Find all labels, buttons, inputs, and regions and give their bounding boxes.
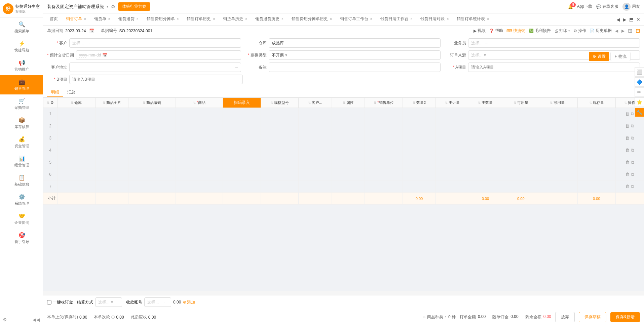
tab-7[interactable]: 销货退货历史× bbox=[251, 13, 288, 26]
operation-btn[interactable]: ⚙ 操作 bbox=[573, 28, 586, 34]
discard-btn[interactable]: 放弃 bbox=[555, 312, 575, 322]
copy-icon[interactable]: ⧉ bbox=[631, 148, 634, 153]
b-project-input[interactable] bbox=[69, 75, 243, 84]
tab-1[interactable]: 销售订单× bbox=[62, 13, 90, 26]
add-btn[interactable]: ⊕ 添加 bbox=[183, 299, 195, 305]
salesperson-select[interactable]: 选择... ··· bbox=[468, 38, 640, 48]
copy-icon[interactable]: ⧉ bbox=[631, 172, 634, 177]
view-btn[interactable]: ▶ 视频 bbox=[473, 28, 486, 34]
table-container[interactable]: ⇅ ⚙⇅ 仓库⇅ 商品图片⇅ 商品编码⇅ *商品扫码录入⇅ 规格型号⇅ 客户..… bbox=[43, 97, 644, 291]
tab-close-icon[interactable]: × bbox=[447, 17, 449, 21]
sidebar-item-搜索菜单[interactable]: 🔍搜索菜单 bbox=[0, 18, 43, 37]
tab-close-icon[interactable]: × bbox=[487, 17, 489, 21]
customer-more-btn[interactable]: ··· bbox=[86, 41, 89, 45]
collapse-icon[interactable]: ◀◀ bbox=[33, 317, 40, 322]
list-view-icon[interactable]: ⊟ bbox=[636, 28, 640, 34]
tab-9[interactable]: 销售订单工作台× bbox=[336, 13, 376, 26]
delete-icon[interactable]: 🗑 bbox=[625, 184, 630, 189]
date-value[interactable]: 2023-03-24 bbox=[65, 29, 86, 33]
tab-4[interactable]: 销售费用分摊单× bbox=[143, 13, 183, 26]
tab-prev-icon[interactable]: ◀ bbox=[615, 17, 621, 22]
detail-tab-0[interactable]: 明细 bbox=[47, 88, 63, 97]
account-more-btn[interactable]: ··· bbox=[161, 300, 164, 304]
topbar-dropdown-arrow[interactable]: ▾ bbox=[107, 5, 108, 8]
customer-select[interactable]: 选择... ··· bbox=[69, 38, 241, 48]
sidebar-item-销售管理[interactable]: 💼销售管理 bbox=[0, 75, 43, 94]
horizontal-scrollbar[interactable] bbox=[43, 291, 644, 295]
settings-icon[interactable]: ⚙ bbox=[3, 317, 7, 322]
sidebar-item-基础信息[interactable]: 📋基础信息 bbox=[0, 171, 43, 190]
settings-side-btn[interactable]: ⚙ 设置 bbox=[589, 52, 609, 61]
note-input[interactable] bbox=[269, 63, 441, 72]
tab-close-icon[interactable]: × bbox=[281, 17, 283, 21]
add-side-btn[interactable]: + 物流 bbox=[610, 52, 631, 61]
tab-close-icon[interactable]: × bbox=[177, 17, 179, 21]
th-scan[interactable]: 扫码录入 bbox=[223, 98, 261, 108]
tab-close-icon[interactable]: × bbox=[213, 17, 215, 21]
solution-btn[interactable]: 体验行业方案 bbox=[118, 2, 150, 11]
float-btn-3[interactable]: ✏ bbox=[635, 87, 644, 97]
goods-count-icon[interactable]: ⊙ bbox=[422, 315, 426, 319]
sidebar-item-采购管理[interactable]: 🛒采购管理 bbox=[0, 94, 43, 114]
sidebar-item-营销推广[interactable]: 📢营销推广 bbox=[0, 56, 43, 75]
tab-close-icon[interactable]: × bbox=[137, 17, 139, 21]
tab-8[interactable]: 销售费用分摊单历史× bbox=[288, 13, 336, 26]
warehouse-more-btn[interactable]: ··· bbox=[287, 41, 290, 45]
addr-more-btn[interactable]: ··· bbox=[235, 65, 238, 69]
tab-close-icon[interactable]: × bbox=[330, 17, 332, 21]
tab-next-icon[interactable]: ▶ bbox=[622, 17, 628, 22]
float-btn-2[interactable]: 🔷 bbox=[635, 77, 644, 87]
calendar-icon[interactable]: 📅 bbox=[102, 53, 107, 57]
app-download-link[interactable]: App下载 bbox=[577, 4, 592, 9]
tab-12[interactable]: 销售订单统计表× bbox=[453, 13, 493, 26]
customer-addr-input[interactable]: ··· bbox=[69, 63, 241, 72]
delete-icon[interactable]: 🗑 bbox=[625, 135, 630, 141]
copy-icon[interactable]: ⧉ bbox=[631, 184, 634, 189]
sidebar-item-库存核算[interactable]: 📦库存核算 bbox=[0, 114, 43, 133]
account-select[interactable]: 选择... ··· bbox=[144, 297, 171, 307]
delete-icon[interactable]: 🗑 bbox=[625, 111, 630, 117]
sidebar-item-系统管理[interactable]: ⚙️系统管理 bbox=[0, 190, 43, 209]
tab-close-icon[interactable]: × bbox=[411, 17, 413, 21]
save-new-btn[interactable]: 保存&新增 bbox=[610, 312, 640, 322]
th-settings[interactable]: ⇅ ⚙ bbox=[43, 98, 58, 108]
grid-view-icon[interactable]: ⊞ bbox=[628, 28, 632, 34]
help-btn[interactable]: ❓ 帮助 bbox=[489, 28, 503, 34]
sidebar-item-快捷导航[interactable]: ⚡快捷导航 bbox=[0, 37, 43, 56]
tab-5[interactable]: 销售订单历史× bbox=[183, 13, 219, 26]
profit-btn[interactable]: 💹 毛利预告 bbox=[529, 28, 551, 34]
tab-close-icon[interactable]: × bbox=[108, 17, 110, 21]
history-btn[interactable]: 📄 历史单据 bbox=[590, 28, 612, 34]
save-draft-btn[interactable]: 保存草稿 bbox=[579, 312, 606, 322]
tab-close-all-icon[interactable]: ✕ bbox=[635, 17, 641, 22]
delete-icon[interactable]: 🗑 bbox=[625, 123, 630, 129]
tab-close-icon[interactable]: × bbox=[84, 17, 86, 21]
nav-next-icon[interactable]: ▶ bbox=[621, 29, 624, 33]
shortcut-btn[interactable]: ⌨ 快捷键 bbox=[506, 28, 525, 34]
tab-10[interactable]: 钱货日清工作台× bbox=[376, 13, 417, 26]
nav-prev-icon[interactable]: ◀ bbox=[615, 29, 618, 33]
tab-3[interactable]: 销货退货× bbox=[114, 13, 143, 26]
float-btn-5[interactable]: 🔧 bbox=[635, 108, 644, 117]
delete-icon[interactable]: 🗑 bbox=[625, 148, 630, 153]
tab-6[interactable]: 销货单历史× bbox=[219, 13, 251, 26]
delivery-date-input[interactable]: yyyy-mm-dd 📅 bbox=[76, 50, 241, 60]
date-picker-icon[interactable]: 📅 bbox=[89, 29, 94, 33]
no-value[interactable]: SO-20230324-001 bbox=[119, 29, 152, 33]
topbar-gear-icon[interactable]: ⚙ bbox=[111, 4, 115, 9]
one-click-checkbox[interactable] bbox=[47, 300, 51, 304]
sidebar-item-新手引导[interactable]: 🎯新手引导 bbox=[0, 229, 43, 248]
tab-close-icon[interactable]: × bbox=[370, 17, 372, 21]
tab-11[interactable]: 钱货日清对账× bbox=[416, 13, 453, 26]
delete-icon[interactable]: 🗑 bbox=[625, 172, 630, 177]
float-btn-1[interactable]: ⬜ bbox=[635, 67, 644, 77]
a-project-input[interactable] bbox=[468, 63, 640, 72]
payment-method-select[interactable]: 选择... ▾ bbox=[95, 297, 122, 307]
user-menu[interactable]: 👤 用友 bbox=[622, 3, 640, 11]
delete-icon[interactable]: 🗑 bbox=[625, 160, 630, 165]
copy-icon[interactable]: ⧉ bbox=[631, 111, 634, 117]
tab-more-icon[interactable]: ⬒ bbox=[628, 17, 635, 22]
copy-icon[interactable]: ⧉ bbox=[631, 135, 634, 141]
online-service-link[interactable]: 💬 在线客服 bbox=[596, 4, 618, 9]
float-btn-4[interactable]: ⭐ bbox=[635, 97, 644, 107]
